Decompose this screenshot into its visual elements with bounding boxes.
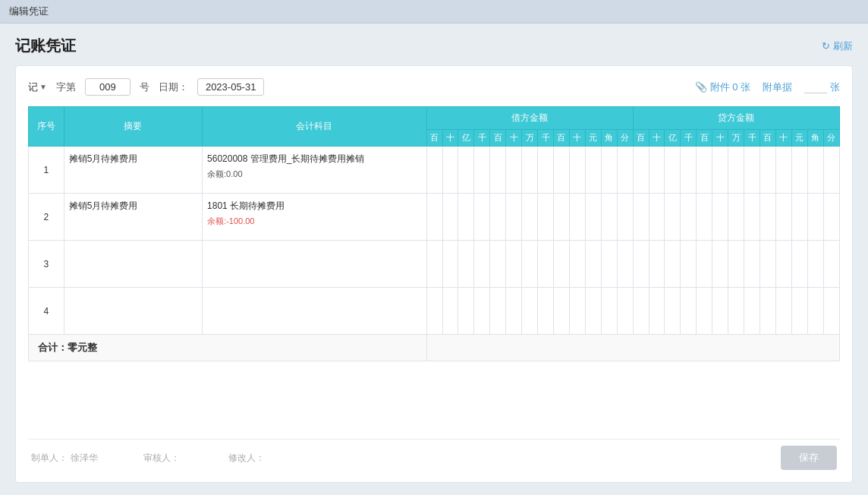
credit-amount-cell[interactable] bbox=[760, 288, 775, 335]
credit-amount-cell[interactable] bbox=[823, 147, 839, 194]
credit-amount-cell[interactable] bbox=[649, 147, 665, 194]
debit-amount-cell[interactable] bbox=[426, 194, 442, 241]
credit-amount-cell[interactable] bbox=[665, 147, 681, 194]
debit-amount-cell[interactable] bbox=[538, 147, 554, 194]
credit-amount-cell[interactable] bbox=[649, 288, 665, 335]
credit-amount-cell[interactable] bbox=[744, 241, 760, 288]
row-account[interactable] bbox=[203, 241, 427, 288]
credit-amount-cell[interactable] bbox=[665, 241, 681, 288]
credit-amount-cell[interactable] bbox=[633, 147, 649, 194]
debit-amount-cell[interactable] bbox=[522, 288, 538, 335]
credit-amount-cell[interactable] bbox=[728, 241, 744, 288]
row-summary[interactable] bbox=[64, 241, 202, 288]
credit-amount-cell[interactable] bbox=[633, 241, 649, 288]
debit-amount-cell[interactable] bbox=[538, 288, 554, 335]
attachment-single-link[interactable]: 附单据 bbox=[763, 80, 792, 94]
credit-amount-cell[interactable] bbox=[681, 241, 697, 288]
debit-amount-cell[interactable] bbox=[490, 147, 506, 194]
save-button[interactable]: 保存 bbox=[781, 446, 837, 470]
debit-amount-cell[interactable] bbox=[506, 241, 522, 288]
debit-amount-cell[interactable] bbox=[554, 194, 570, 241]
debit-amount-cell[interactable] bbox=[426, 147, 442, 194]
debit-amount-cell[interactable] bbox=[426, 241, 442, 288]
debit-amount-cell[interactable] bbox=[601, 241, 617, 288]
credit-amount-cell[interactable] bbox=[681, 147, 697, 194]
credit-amount-cell[interactable] bbox=[823, 288, 839, 335]
debit-amount-cell[interactable] bbox=[538, 241, 554, 288]
debit-amount-cell[interactable] bbox=[554, 241, 570, 288]
debit-amount-cell[interactable] bbox=[442, 147, 458, 194]
debit-amount-cell[interactable] bbox=[426, 288, 442, 335]
zhang-input[interactable] bbox=[804, 81, 827, 93]
credit-amount-cell[interactable] bbox=[712, 241, 728, 288]
debit-amount-cell[interactable] bbox=[522, 241, 538, 288]
debit-amount-cell[interactable] bbox=[617, 194, 633, 241]
credit-amount-cell[interactable] bbox=[744, 194, 760, 241]
credit-amount-cell[interactable] bbox=[791, 194, 807, 241]
credit-amount-cell[interactable] bbox=[681, 194, 697, 241]
debit-amount-cell[interactable] bbox=[490, 288, 506, 335]
credit-amount-cell[interactable] bbox=[791, 241, 807, 288]
credit-amount-cell[interactable] bbox=[760, 147, 775, 194]
debit-amount-cell[interactable] bbox=[522, 147, 538, 194]
debit-amount-cell[interactable] bbox=[585, 241, 601, 288]
debit-amount-cell[interactable] bbox=[538, 194, 554, 241]
debit-amount-cell[interactable] bbox=[569, 147, 585, 194]
credit-amount-cell[interactable] bbox=[697, 147, 712, 194]
inner-table-wrap[interactable]: 序号 摘要 会计科目 借方金额 贷方金额 百十亿千百十万千百十元角分百十亿千百十… bbox=[28, 106, 840, 433]
credit-amount-cell[interactable] bbox=[760, 194, 775, 241]
debit-amount-cell[interactable] bbox=[506, 194, 522, 241]
credit-amount-cell[interactable] bbox=[728, 288, 744, 335]
debit-amount-cell[interactable] bbox=[442, 241, 458, 288]
credit-amount-cell[interactable] bbox=[728, 194, 744, 241]
debit-amount-cell[interactable] bbox=[458, 147, 474, 194]
credit-amount-cell[interactable] bbox=[681, 288, 697, 335]
debit-amount-cell[interactable] bbox=[442, 288, 458, 335]
debit-amount-cell[interactable] bbox=[585, 194, 601, 241]
credit-amount-cell[interactable] bbox=[649, 194, 665, 241]
credit-amount-cell[interactable] bbox=[665, 288, 681, 335]
voucher-type-dropdown[interactable]: 记 ▼ bbox=[28, 80, 47, 94]
credit-amount-cell[interactable] bbox=[665, 194, 681, 241]
credit-amount-cell[interactable] bbox=[775, 147, 791, 194]
credit-amount-cell[interactable] bbox=[807, 241, 823, 288]
credit-amount-cell[interactable] bbox=[760, 241, 775, 288]
debit-amount-cell[interactable] bbox=[506, 288, 522, 335]
debit-amount-cell[interactable] bbox=[458, 194, 474, 241]
debit-amount-cell[interactable] bbox=[617, 241, 633, 288]
debit-amount-cell[interactable] bbox=[569, 288, 585, 335]
refresh-button[interactable]: ↻ 刷新 bbox=[822, 39, 853, 53]
debit-amount-cell[interactable] bbox=[442, 194, 458, 241]
date-field[interactable]: 2023-05-31 bbox=[197, 78, 265, 96]
credit-amount-cell[interactable] bbox=[823, 194, 839, 241]
debit-amount-cell[interactable] bbox=[585, 147, 601, 194]
debit-amount-cell[interactable] bbox=[490, 194, 506, 241]
voucher-number-field[interactable]: 009 bbox=[85, 78, 131, 96]
credit-amount-cell[interactable] bbox=[649, 241, 665, 288]
credit-amount-cell[interactable] bbox=[791, 288, 807, 335]
debit-amount-cell[interactable] bbox=[569, 241, 585, 288]
credit-amount-cell[interactable] bbox=[697, 241, 712, 288]
debit-amount-cell[interactable] bbox=[474, 194, 490, 241]
debit-amount-cell[interactable] bbox=[458, 288, 474, 335]
credit-amount-cell[interactable] bbox=[791, 147, 807, 194]
credit-amount-cell[interactable] bbox=[633, 288, 649, 335]
debit-amount-cell[interactable] bbox=[601, 288, 617, 335]
debit-amount-cell[interactable] bbox=[474, 288, 490, 335]
row-account[interactable]: 56020008 管理费用_长期待摊费用摊销余额:0.00 bbox=[203, 147, 427, 194]
credit-amount-cell[interactable] bbox=[823, 241, 839, 288]
row-summary[interactable]: 摊销5月待摊费用 bbox=[64, 194, 202, 241]
credit-amount-cell[interactable] bbox=[712, 147, 728, 194]
debit-amount-cell[interactable] bbox=[474, 147, 490, 194]
credit-amount-cell[interactable] bbox=[775, 288, 791, 335]
credit-amount-cell[interactable] bbox=[633, 194, 649, 241]
attachment-link[interactable]: 📎 附件 0 张 bbox=[695, 80, 750, 94]
debit-amount-cell[interactable] bbox=[474, 241, 490, 288]
debit-amount-cell[interactable] bbox=[569, 194, 585, 241]
debit-amount-cell[interactable] bbox=[554, 288, 570, 335]
debit-amount-cell[interactable] bbox=[601, 147, 617, 194]
debit-amount-cell[interactable] bbox=[601, 194, 617, 241]
credit-amount-cell[interactable] bbox=[775, 194, 791, 241]
debit-amount-cell[interactable] bbox=[522, 194, 538, 241]
row-summary[interactable]: 摊销5月待摊费用 bbox=[64, 147, 202, 194]
